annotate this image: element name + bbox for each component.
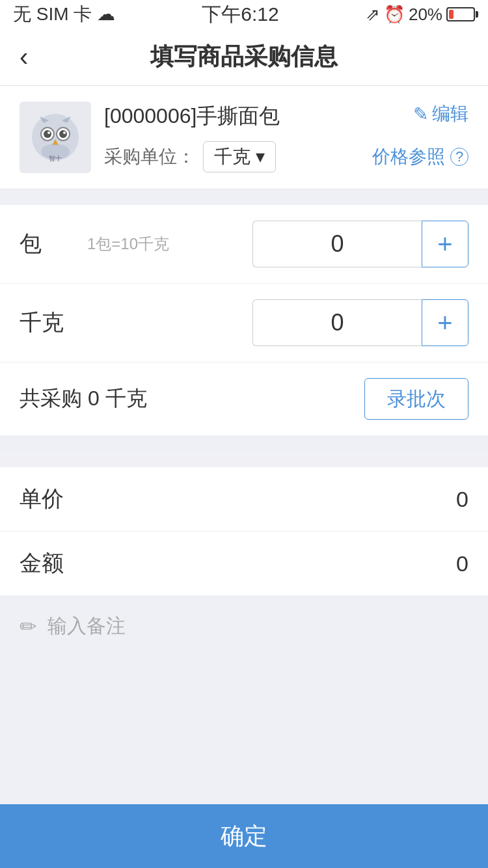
pencil-icon: ✏ bbox=[20, 614, 37, 639]
bao-input-row: 包 1包=10千克 + bbox=[0, 205, 488, 284]
batch-button[interactable]: 录批次 bbox=[364, 378, 468, 420]
dropdown-arrow-icon: ▾ bbox=[256, 146, 265, 167]
amount-label: 金额 bbox=[20, 549, 64, 578]
summary-row: 共采购 0 千克 录批次 bbox=[0, 362, 488, 436]
unit-left: 采购单位： 千克 ▾ bbox=[104, 141, 276, 172]
status-time: 下午6:12 bbox=[202, 1, 278, 28]
edit-button[interactable]: ✎ 编辑 bbox=[413, 102, 468, 126]
price-ref-label: 价格参照 bbox=[372, 144, 445, 169]
bao-plus-button[interactable]: + bbox=[422, 221, 468, 267]
svg-point-3 bbox=[44, 130, 51, 138]
kg-input-row: 千克 + bbox=[0, 284, 488, 362]
status-right: ⇗ ⏰ 20% bbox=[366, 5, 475, 25]
unit-label: 采购单位： bbox=[104, 144, 195, 169]
product-thumbnail: 智十 bbox=[20, 102, 91, 173]
remark-placeholder: 输入备注 bbox=[47, 613, 126, 640]
unit-value: 千克 bbox=[214, 144, 251, 169]
edit-label: 编辑 bbox=[432, 102, 468, 126]
product-info: [0000006]手撕面包 ✎ 编辑 采购单位： 千克 ▾ 价格参照 ? bbox=[104, 102, 468, 172]
price-ref-button[interactable]: 价格参照 ? bbox=[372, 144, 468, 169]
bao-sublabel: 1包=10千克 bbox=[87, 234, 169, 254]
back-button[interactable]: ‹ bbox=[20, 42, 28, 72]
unit-select[interactable]: 千克 ▾ bbox=[203, 141, 276, 172]
battery-icon bbox=[446, 7, 475, 21]
nav-bar: ‹ 填写商品采购信息 bbox=[0, 29, 488, 86]
price-ref-help-icon: ? bbox=[450, 148, 468, 166]
status-left: 无 SIM 卡 ☁ bbox=[13, 2, 115, 27]
price-section: 单价 0 金额 0 bbox=[0, 467, 488, 596]
svg-point-4 bbox=[59, 130, 67, 138]
battery-percent: 20% bbox=[409, 5, 442, 25]
kg-plus-button[interactable]: + bbox=[422, 299, 468, 346]
product-name: [0000006]手撕面包 bbox=[104, 102, 280, 131]
section-divider-2 bbox=[0, 436, 488, 452]
remark-section[interactable]: ✏ 输入备注 bbox=[0, 596, 488, 657]
unit-price-value: 0 bbox=[456, 487, 468, 512]
input-section: 包 1包=10千克 + 千克 + bbox=[0, 205, 488, 362]
sim-status: 无 SIM 卡 ☁ bbox=[13, 2, 115, 27]
status-bar: 无 SIM 卡 ☁ 下午6:12 ⇗ ⏰ 20% bbox=[0, 0, 488, 29]
section-divider-1 bbox=[0, 189, 488, 205]
svg-text:智十: 智十 bbox=[49, 155, 62, 162]
unit-price-label: 单价 bbox=[20, 484, 64, 514]
svg-point-5 bbox=[47, 131, 50, 134]
svg-point-6 bbox=[63, 131, 66, 134]
bao-label: 包 bbox=[20, 229, 72, 259]
amount-row: 金额 0 bbox=[0, 532, 488, 596]
product-card: 智十 [0000006]手撕面包 ✎ 编辑 采购单位： 千克 ▾ bbox=[0, 86, 488, 189]
summary-text: 共采购 0 千克 bbox=[20, 385, 147, 413]
kg-number-input[interactable] bbox=[252, 299, 422, 346]
location-icon: ⇗ bbox=[366, 5, 380, 25]
bao-number-input[interactable] bbox=[252, 221, 422, 267]
alarm-icon: ⏰ bbox=[384, 5, 405, 25]
confirm-button[interactable]: 确定 bbox=[0, 804, 488, 868]
kg-label: 千克 bbox=[20, 308, 72, 338]
page-title: 填写商品采购信息 bbox=[150, 41, 338, 73]
edit-icon: ✎ bbox=[413, 103, 428, 125]
unit-price-row: 单价 0 bbox=[0, 467, 488, 532]
amount-value: 0 bbox=[456, 551, 468, 576]
